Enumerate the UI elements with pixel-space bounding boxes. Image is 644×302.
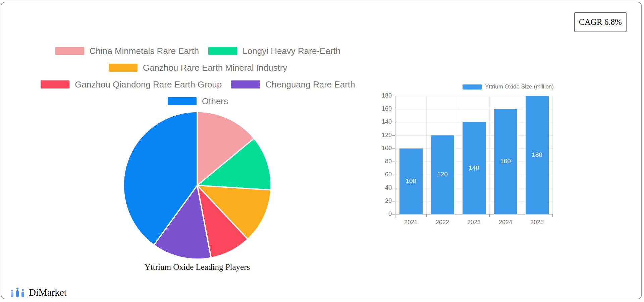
y-axis-label: 20: [368, 197, 392, 204]
bar-legend: Yttrium Oxide Size (million): [379, 83, 637, 90]
pie-legend-item: Ganzhou Rare Earth Mineral Industry: [109, 63, 287, 73]
x-axis-tick: [521, 214, 521, 217]
legend-label: Ganzhou Rare Earth Mineral Industry: [143, 63, 287, 73]
y-axis-tick: [392, 148, 395, 149]
pie-legend-item: China Minmetals Rare Earth: [55, 46, 199, 56]
bar-legend-label: Yttrium Oxide Size (million): [485, 83, 554, 90]
y-axis-tick: [392, 214, 395, 215]
gridline: [521, 96, 521, 214]
bar-value-label: 120: [431, 171, 454, 178]
legend-swatch: [41, 80, 69, 88]
x-axis-label: 2023: [458, 219, 490, 226]
x-axis-tick: [552, 214, 553, 217]
x-axis-label: 2021: [395, 219, 427, 226]
x-axis-line: [395, 214, 553, 215]
y-axis-tick: [392, 135, 395, 136]
bar: 100: [399, 148, 423, 214]
pie-legend: China Minmetals Rare EarthLongyi Heavy R…: [0, 43, 396, 110]
y-axis-tick: [392, 201, 395, 201]
dimarket-logo-text: DiMarket: [29, 287, 67, 298]
x-axis-tick: [489, 214, 490, 217]
dimarket-logo: DiMarket: [10, 287, 67, 298]
y-axis-label: 100: [368, 145, 392, 152]
cagr-badge: CAGR 6.8%: [574, 12, 627, 32]
legend-swatch: [168, 97, 197, 105]
y-axis-label: 40: [368, 184, 392, 191]
legend-label: Others: [202, 96, 228, 107]
pie-legend-row: Others: [0, 93, 396, 110]
logo-bar: [11, 292, 13, 297]
bar-value-label: 180: [526, 151, 549, 159]
logo-dot: [16, 288, 18, 290]
y-axis-tick: [392, 188, 395, 188]
legend-swatch: [55, 47, 84, 55]
pie-legend-item: Others: [168, 96, 228, 107]
pie-chart-title: Yttrium Oxide Leading Players: [63, 262, 331, 272]
bar-chart-plot: 10020211202022140202316020241802025: [395, 96, 553, 214]
gridline: [426, 96, 427, 214]
legend-label: Longyi Heavy Rare-Earth: [243, 46, 340, 56]
report-canvas: CAGR 6.8% China Minmetals Rare EarthLong…: [0, 0, 644, 302]
y-axis-label: 80: [368, 158, 392, 165]
legend-label: Ganzhou Qiandong Rare Earth Group: [75, 79, 222, 90]
legend-label: Chenguang Rare Earth: [265, 79, 355, 90]
pie-legend-row: China Minmetals Rare EarthLongyi Heavy R…: [0, 43, 396, 59]
y-axis-tick: [392, 162, 395, 162]
legend-swatch: [231, 80, 260, 88]
bar: 140: [463, 122, 486, 214]
bar-value-label: 140: [463, 164, 486, 172]
y-axis-label: 0: [368, 210, 392, 218]
bar: 160: [494, 109, 517, 214]
gridline: [458, 96, 458, 214]
logo-dot: [22, 289, 24, 291]
y-axis-tick: [392, 109, 395, 109]
y-axis-tick: [392, 175, 395, 175]
pie-chart: [120, 108, 274, 262]
y-axis-label: 60: [368, 171, 392, 178]
y-axis-tick: [392, 96, 395, 96]
bar: 180: [526, 96, 549, 214]
x-axis-tick: [426, 214, 427, 217]
pie-legend-row: Ganzhou Rare Earth Mineral Industry: [0, 59, 396, 76]
cagr-badge-text: CAGR 6.8%: [579, 17, 622, 27]
bar-chart-icon: [10, 287, 25, 298]
y-axis-label: 180: [368, 92, 392, 99]
legend-swatch: [208, 47, 237, 55]
logo-bar: [21, 292, 24, 297]
logo-bar: [16, 290, 19, 297]
x-axis-tick: [458, 214, 458, 217]
y-axis-line: [395, 96, 395, 218]
pie-legend-row: Ganzhou Qiandong Rare Earth GroupChengua…: [0, 76, 396, 93]
legend-swatch: [109, 64, 138, 72]
gridline: [552, 96, 553, 214]
x-axis-label: 2024: [490, 219, 521, 226]
bar-value-label: 100: [399, 177, 423, 185]
bar-legend-swatch: [463, 84, 482, 89]
y-axis-label: 160: [368, 105, 392, 112]
y-axis-label: 140: [368, 118, 392, 125]
y-axis-label: 120: [368, 132, 392, 139]
logo-dot: [11, 290, 13, 292]
x-axis-label: 2025: [521, 219, 553, 226]
y-axis-tick: [392, 122, 395, 122]
gridline: [489, 96, 490, 214]
bar-value-label: 160: [494, 158, 517, 165]
legend-label: China Minmetals Rare Earth: [90, 46, 199, 56]
pie-legend-item: Chenguang Rare Earth: [231, 79, 355, 90]
pie-legend-item: Ganzhou Qiandong Rare Earth Group: [41, 79, 222, 90]
bar: 120: [431, 135, 454, 214]
pie-legend-item: Longyi Heavy Rare-Earth: [208, 46, 340, 56]
x-axis-label: 2022: [427, 219, 458, 226]
